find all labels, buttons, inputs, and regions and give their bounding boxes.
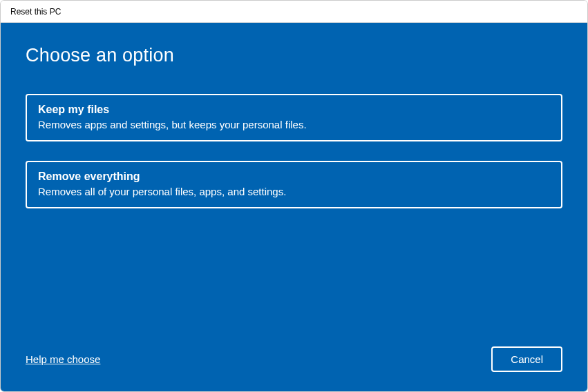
option-remove-everything[interactable]: Remove everything Removes all of your pe… — [26, 161, 562, 208]
option-description: Removes apps and settings, but keeps you… — [38, 119, 550, 130]
window-title: Reset this PC — [10, 7, 61, 17]
footer: Help me choose Cancel — [26, 346, 562, 372]
page-heading: Choose an option — [26, 45, 562, 66]
options-list: Keep my files Removes apps and settings,… — [26, 94, 562, 208]
option-keep-my-files[interactable]: Keep my files Removes apps and settings,… — [26, 94, 562, 141]
help-me-choose-link[interactable]: Help me choose — [26, 353, 100, 365]
option-title: Keep my files — [38, 104, 550, 116]
window-titlebar: Reset this PC — [1, 1, 587, 23]
option-title: Remove everything — [38, 170, 550, 183]
option-description: Removes all of your personal files, apps… — [38, 186, 550, 197]
reset-pc-window: Reset this PC Choose an option Keep my f… — [0, 0, 588, 392]
cancel-button[interactable]: Cancel — [491, 346, 562, 372]
content-area: Choose an option Keep my files Removes a… — [1, 23, 587, 391]
